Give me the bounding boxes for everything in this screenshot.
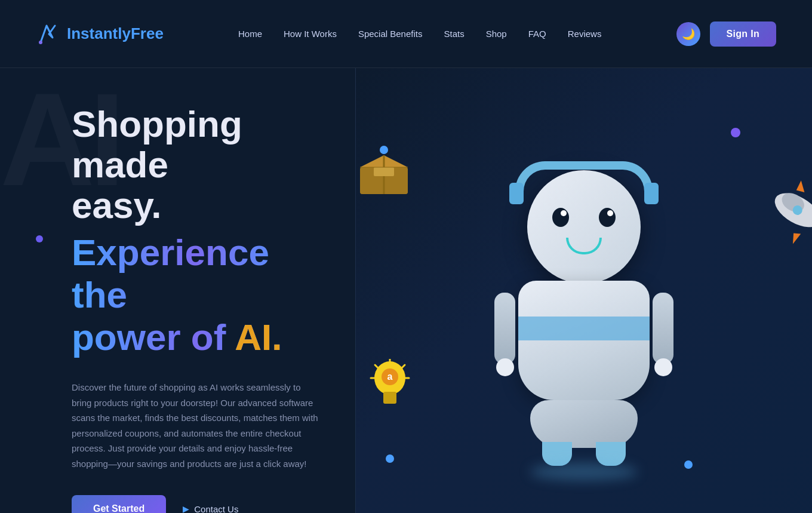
- hero-actions: Get Started ▶ Contact Us: [72, 495, 319, 513]
- robot-face: [545, 208, 623, 256]
- robot-smile: [566, 238, 602, 254]
- robot-hand-right: [654, 358, 672, 376]
- hero-right: a: [355, 68, 812, 513]
- hero-left: AI Shopping made easy. Experience the po…: [0, 68, 355, 513]
- rocket-icon: [756, 170, 812, 265]
- robot-arm-left: [494, 293, 515, 364]
- robot-glow: [530, 463, 638, 481]
- package-icon: [357, 152, 411, 197]
- nav-faq[interactable]: FAQ: [528, 29, 546, 39]
- logo-icon: [36, 21, 62, 47]
- svg-marker-10: [788, 230, 803, 244]
- nav-special-benefits[interactable]: Special Benefits: [358, 29, 423, 39]
- hero-title-colored: Experience the power of AI.: [72, 231, 319, 359]
- robot-eye-left: [552, 208, 569, 227]
- arrow-icon: ▶: [183, 504, 189, 513]
- robot-arm-right: [653, 293, 673, 364]
- hero-content: Shopping made easy. Experience the power…: [72, 104, 319, 513]
- svg-line-18: [402, 365, 405, 368]
- logo[interactable]: InstantlyFree: [36, 21, 164, 47]
- theme-toggle-button[interactable]: 🌙: [676, 22, 700, 46]
- robot-scene: a: [405, 134, 763, 493]
- robot-stripe: [518, 317, 650, 340]
- contact-us-link[interactable]: ▶ Contact Us: [183, 504, 238, 513]
- robot: [494, 170, 673, 457]
- navbar: InstantlyFree Home How It Works Special …: [0, 0, 812, 68]
- nav-how-it-works[interactable]: How It Works: [284, 29, 337, 39]
- svg-rect-13: [383, 392, 396, 404]
- contact-label: Contact Us: [194, 504, 238, 513]
- robot-leg-left: [542, 442, 572, 466]
- hero-section: AI Shopping made easy. Experience the po…: [0, 68, 812, 513]
- hero-title-plain: Shopping made easy.: [72, 104, 319, 226]
- nav-shop[interactable]: Shop: [486, 29, 507, 39]
- robot-bottom: [530, 400, 638, 448]
- robot-eye-right: [599, 208, 616, 227]
- robot-body: [518, 281, 650, 400]
- brand-name: InstantlyFree: [67, 24, 164, 43]
- nav-links: Home How It Works Special Benefits Stats…: [238, 29, 601, 39]
- svg-text:a: a: [387, 371, 393, 382]
- sign-in-button[interactable]: Sign In: [710, 21, 776, 47]
- nav-stats[interactable]: Stats: [444, 29, 464, 39]
- nav-home[interactable]: Home: [238, 29, 262, 39]
- decorative-dot-left: [36, 235, 43, 242]
- robot-leg-right: [596, 442, 626, 466]
- moon-icon: 🌙: [682, 27, 695, 41]
- robot-headphones: [515, 161, 653, 191]
- hero-description: Discover the future of shopping as AI wo…: [72, 380, 319, 471]
- decorative-dot-3: [386, 454, 394, 463]
- robot-hand-left: [496, 358, 514, 376]
- robot-head: [527, 170, 641, 284]
- svg-point-0: [39, 41, 42, 44]
- svg-line-17: [375, 365, 378, 368]
- nav-reviews[interactable]: Reviews: [568, 29, 602, 39]
- nav-right: 🌙 Sign In: [676, 21, 776, 47]
- get-started-button[interactable]: Get Started: [72, 495, 166, 513]
- amazon-bulb-icon: a: [369, 359, 411, 421]
- svg-rect-5: [374, 167, 394, 176]
- svg-marker-9: [793, 180, 807, 195]
